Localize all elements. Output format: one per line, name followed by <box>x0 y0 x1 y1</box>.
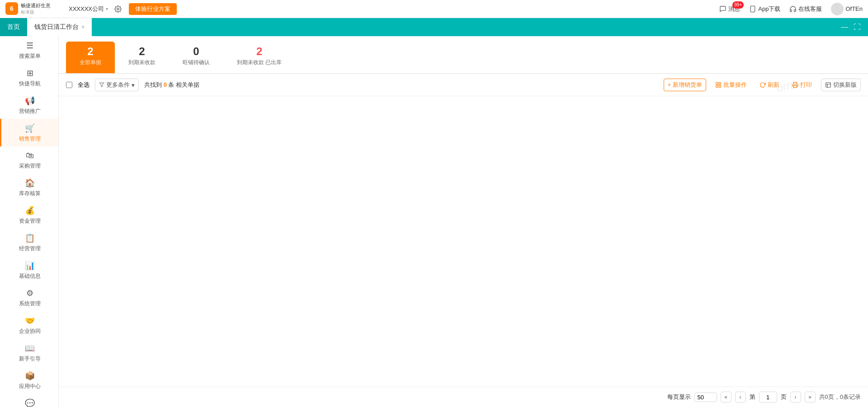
sidebar-label-finance: 资金管理 <box>19 217 41 225</box>
found-prefix: 共找到 <box>144 81 162 88</box>
header-right: 消息 99+ App下载 在线客服 OfTEn <box>719 3 863 15</box>
batch-label: 批量操作 <box>723 81 747 89</box>
select-all-checkbox[interactable] <box>66 82 72 88</box>
found-suffix: 条 相关单据 <box>168 81 199 88</box>
sales-icon: 🛒 <box>25 123 35 133</box>
last-page-button[interactable]: » <box>805 392 816 402</box>
logo-text: 畅捷通好生意 <box>21 2 51 9</box>
nav-tabs-bar: 首页 钱货日清工作台 × — ⛶ <box>0 18 868 36</box>
trial-button[interactable]: 体验行业方案 <box>129 3 177 15</box>
sidebar-item-sales[interactable]: 🛒 销售管理 <box>0 119 58 146</box>
sidebar-label-search: 搜索菜单 <box>19 52 41 60</box>
tab-qhrc[interactable]: 钱货日清工作台 × <box>27 18 92 36</box>
page-input[interactable] <box>759 392 777 402</box>
tab-home-label: 首页 <box>7 23 20 31</box>
sidebar-item-finance[interactable]: 💰 资金管理 <box>0 201 58 229</box>
prev-page-icon: ‹ <box>740 394 741 400</box>
finance-icon: 💰 <box>25 206 35 215</box>
company-name: XXXXXX公司 <box>69 5 104 13</box>
stat-num-overdue-shipped: 2 <box>256 45 262 58</box>
sidebar-item-marketing[interactable]: 📢 营销推广 <box>0 91 58 119</box>
svg-rect-9 <box>826 83 831 88</box>
settings-button[interactable] <box>112 3 124 15</box>
sidebar-item-basics[interactable]: 📊 基础信息 <box>0 256 58 284</box>
svg-rect-8 <box>794 85 797 88</box>
sidebar-label-operations: 经营管理 <box>19 245 41 253</box>
maximize-icon[interactable]: ⛶ <box>854 23 861 31</box>
svg-rect-5 <box>719 83 721 84</box>
toolbar-left: 全选 更多条件 ▾ 共找到 0 条 相关单据 <box>66 79 658 91</box>
stat-label-all: 全部单据 <box>80 59 101 66</box>
svg-rect-7 <box>716 85 718 87</box>
print-button[interactable]: 打印 <box>788 79 816 91</box>
sidebar-label-enterprise: 企业协同 <box>19 327 41 335</box>
sidebar: ☰ 搜索菜单 ⊞ 快捷导航 📢 营销推广 🛒 销售管理 🛍 采购管理 🏠 库存核… <box>0 36 59 407</box>
sidebar-item-wechat[interactable]: 💬 企业微信 <box>0 394 58 407</box>
sidebar-item-purchase[interactable]: 🛍 采购管理 <box>0 146 58 173</box>
switch-version-button[interactable]: 切换新版 <box>821 79 861 91</box>
next-page-icon: › <box>795 394 797 400</box>
prev-page-button[interactable]: ‹ <box>735 392 746 402</box>
stat-label-overdue: 到期未收款 <box>128 59 156 66</box>
print-label: 打印 <box>800 81 812 89</box>
sidebar-item-appcenter[interactable]: 📦 应用中心 <box>0 366 58 394</box>
first-page-icon: « <box>724 394 727 400</box>
table-area <box>59 96 868 387</box>
svg-rect-4 <box>716 83 718 84</box>
last-page-icon: » <box>808 394 811 400</box>
tab-close-icon[interactable]: × <box>81 24 85 30</box>
quicknav-icon: ⊞ <box>27 68 33 78</box>
app-download-button[interactable]: App下载 <box>749 5 780 13</box>
svg-point-0 <box>117 8 119 10</box>
tab-home[interactable]: 首页 <box>0 18 27 36</box>
avatar <box>831 3 844 15</box>
sidebar-item-inventory[interactable]: 🏠 库存核算 <box>0 173 58 201</box>
found-text: 共找到 0 条 相关单据 <box>144 81 199 89</box>
svg-rect-1 <box>751 6 755 12</box>
chevron-down-icon: ▾ <box>106 6 108 11</box>
user-avatar-area[interactable]: OfTEn <box>831 3 863 15</box>
first-page-button[interactable]: « <box>721 392 731 402</box>
sidebar-item-system[interactable]: ⚙ 系统管理 <box>0 284 58 311</box>
message-badge: 99+ <box>732 1 744 9</box>
per-page-select[interactable]: 10 20 50 100 <box>694 393 717 402</box>
found-count: 0 <box>164 81 167 88</box>
stat-tab-overdue[interactable]: 2 到期未收款 <box>115 42 169 73</box>
next-page-button[interactable]: › <box>790 392 801 402</box>
stat-tab-all[interactable]: 2 全部单据 <box>66 42 115 73</box>
sidebar-label-basics: 基础信息 <box>19 272 41 280</box>
stat-tab-overdue-shipped[interactable]: 2 到期未收款 已出库 <box>223 42 295 73</box>
new-sale-button[interactable]: + 新增销货单 <box>664 79 706 91</box>
sidebar-item-operations[interactable]: 📋 经营管理 <box>0 229 58 256</box>
stat-num-overdue: 2 <box>139 45 145 58</box>
sidebar-item-search[interactable]: ☰ 搜索菜单 <box>0 36 58 64</box>
svg-marker-3 <box>99 83 104 87</box>
logo-sub: 标准版 <box>21 9 51 15</box>
enterprise-icon: 🤝 <box>25 316 35 326</box>
more-filter-button[interactable]: 更多条件 ▾ <box>95 79 139 91</box>
filter-chevron-icon: ▾ <box>132 82 135 89</box>
basics-icon: 📊 <box>25 261 35 271</box>
sidebar-label-purchase: 采购管理 <box>19 162 41 170</box>
sidebar-item-enterprise[interactable]: 🤝 企业协同 <box>0 311 58 339</box>
refresh-button[interactable]: 刷新 <box>756 79 783 91</box>
sidebar-label-inventory: 库存核算 <box>19 190 41 197</box>
new-sale-label: + 新增销货单 <box>668 81 702 89</box>
sidebar-item-quicknav[interactable]: ⊞ 快捷导航 <box>0 64 58 91</box>
message-button[interactable]: 消息 99+ <box>719 5 740 13</box>
company-selector[interactable]: XXXXXX公司 ▾ <box>69 5 108 13</box>
stat-label-overdue-shipped: 到期未收款 已出库 <box>237 59 282 66</box>
stat-label-wangpu: 旺铺待确认 <box>183 59 210 66</box>
minimize-icon[interactable]: — <box>841 23 848 31</box>
appcenter-icon: 📦 <box>25 371 35 381</box>
app-download-label: App下载 <box>758 5 780 13</box>
nav-tab-actions: — ⛶ <box>841 18 868 36</box>
stat-tab-wangpu[interactable]: 0 旺铺待确认 <box>169 42 223 73</box>
online-service-label: 在线客服 <box>798 5 822 13</box>
main-layout: ☰ 搜索菜单 ⊞ 快捷导航 📢 营销推广 🛒 销售管理 🛍 采购管理 🏠 库存核… <box>0 36 868 407</box>
svg-rect-6 <box>719 85 721 87</box>
stat-num-wangpu: 0 <box>193 45 199 58</box>
sidebar-item-guide[interactable]: 📖 新手引导 <box>0 339 58 366</box>
online-service-button[interactable]: 在线客服 <box>789 5 822 13</box>
batch-operation-button[interactable]: 批量操作 <box>712 79 750 91</box>
